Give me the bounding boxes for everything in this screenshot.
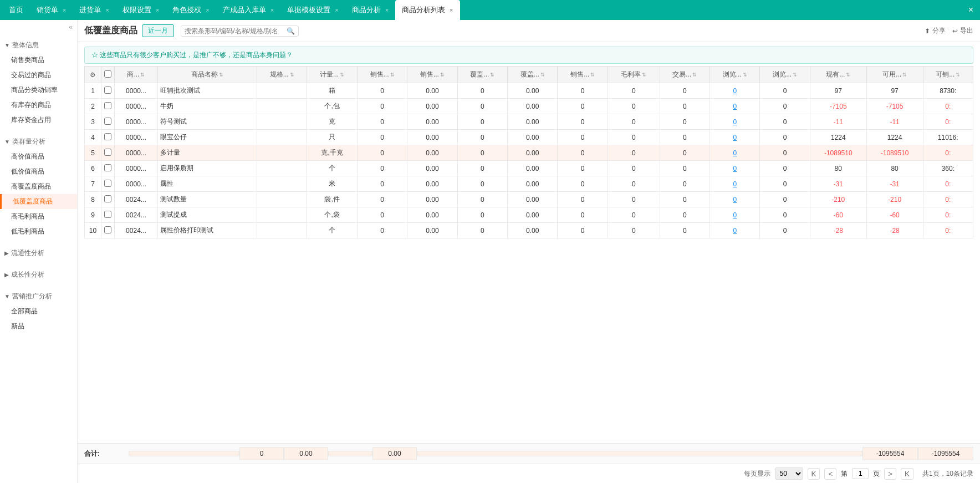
sidebar-group-overall[interactable]: ▼ 整体信息 [0, 38, 77, 53]
row-checkbox[interactable] [104, 211, 111, 218]
nav-purchase-close[interactable]: × [105, 7, 109, 13]
cell-sale-other: 0 [558, 176, 608, 192]
sidebar-item-high-gross[interactable]: 高毛利商品 [0, 209, 77, 224]
arrow-icon-5: ▼ [4, 293, 10, 299]
nav-roles[interactable]: 角色授权 × [166, 0, 216, 20]
sidebar-item-category-rate[interactable]: 商品分类动销率 [0, 83, 77, 98]
nav-purchase[interactable]: 进货单 × [73, 0, 115, 20]
cell-browse1[interactable]: 0 [710, 83, 760, 99]
nav-permissions-close[interactable]: × [156, 7, 159, 13]
row-checkbox[interactable] [104, 102, 111, 109]
sidebar-collapse-button[interactable]: « [0, 20, 77, 34]
window-close-button[interactable]: × [964, 5, 978, 15]
nav-products-in-close[interactable]: × [270, 7, 274, 13]
search-box[interactable]: 🔍 [181, 26, 299, 37]
share-button[interactable]: ⬆ 分享 [925, 26, 946, 35]
row-checkbox[interactable] [104, 87, 111, 94]
row-checkbox[interactable] [104, 118, 111, 125]
cell-browse1[interactable]: 0 [710, 130, 760, 145]
search-icon[interactable]: 🔍 [287, 27, 295, 35]
nav-product-analysis[interactable]: 商品分析 × [345, 0, 395, 20]
data-table-container[interactable]: ⚙ 商...⇅ 商品名称⇅ 规格...⇅ 计量...⇅ 销售...⇅ 销售...… [84, 66, 973, 443]
th-checkbox[interactable] [101, 67, 115, 83]
browse-link[interactable]: 0 [733, 165, 737, 172]
nav-products-in[interactable]: 产成品入库单 × [216, 0, 280, 20]
browse-link[interactable]: 0 [733, 149, 737, 157]
sidebar-item-low-value[interactable]: 低价值商品 [0, 164, 77, 179]
sidebar-item-stock-capital[interactable]: 库存资金占用 [0, 113, 77, 128]
cell-browse1[interactable]: 0 [710, 99, 760, 114]
last-page-button[interactable]: K [901, 468, 913, 480]
row-checkbox[interactable] [104, 133, 111, 140]
browse-link[interactable]: 0 [733, 180, 737, 188]
browse-link[interactable]: 0 [733, 227, 737, 235]
sidebar-item-high-coverage[interactable]: 高覆盖度商品 [0, 179, 77, 194]
row-checkbox[interactable] [104, 149, 111, 156]
cell-checkbox[interactable] [101, 83, 115, 99]
prev-page-button[interactable]: < [824, 468, 836, 480]
cell-browse1[interactable]: 0 [710, 176, 760, 192]
cell-browse1[interactable]: 0 [710, 223, 760, 238]
sidebar-growth-section: ▶ 成长性分析 [0, 264, 77, 286]
sidebar-item-in-stock[interactable]: 有库存的商品 [0, 98, 77, 113]
sidebar-item-high-value[interactable]: 高价值商品 [0, 149, 77, 164]
sidebar-item-new-products[interactable]: 新品 [0, 319, 77, 334]
cell-browse1[interactable]: 0 [710, 161, 760, 176]
cell-checkbox[interactable] [101, 207, 115, 223]
sidebar-group-growth[interactable]: ▶ 成长性分析 [0, 267, 77, 282]
browse-link[interactable]: 0 [733, 134, 737, 141]
cell-checkbox[interactable] [101, 145, 115, 161]
select-all-checkbox[interactable] [104, 70, 111, 78]
page-size-select[interactable]: 50 100 [775, 467, 803, 480]
page-number-input[interactable] [852, 468, 869, 479]
nav-sales[interactable]: 销货单 × [30, 0, 73, 20]
cell-browse1[interactable]: 0 [710, 145, 760, 161]
nav-product-analysis-list-close[interactable]: × [450, 7, 453, 13]
row-checkbox[interactable] [104, 195, 111, 202]
row-checkbox[interactable] [104, 164, 111, 171]
sidebar-item-low-coverage[interactable]: 低覆盖度商品 [0, 194, 77, 209]
browse-link[interactable]: 0 [733, 103, 737, 110]
cell-checkbox[interactable] [101, 176, 115, 192]
nav-sales-close[interactable]: × [63, 7, 66, 13]
sidebar-item-low-gross[interactable]: 低毛利商品 [0, 224, 77, 239]
search-input[interactable] [185, 27, 284, 35]
row-checkbox[interactable] [104, 180, 111, 187]
cell-gross-rate: 0 [608, 145, 660, 161]
first-page-button[interactable]: K [808, 468, 820, 480]
nav-template-settings[interactable]: 单据模板设置 × [280, 0, 345, 20]
nav-permissions[interactable]: 权限设置 × [116, 0, 166, 20]
sidebar-item-traded-products[interactable]: 交易过的商品 [0, 68, 77, 83]
row-checkbox[interactable] [104, 226, 111, 233]
cell-browse1[interactable]: 0 [710, 192, 760, 207]
sidebar-item-sales-products[interactable]: 销售类商品 [0, 53, 77, 68]
cell-checkbox[interactable] [101, 161, 115, 176]
export-button[interactable]: ↩ 导出 [952, 26, 973, 35]
cell-checkbox[interactable] [101, 223, 115, 238]
cell-browse1[interactable]: 0 [710, 207, 760, 223]
browse-link[interactable]: 0 [733, 87, 737, 95]
nav-template-settings-close[interactable]: × [335, 7, 338, 13]
nav-product-analysis-list[interactable]: 商品分析列表 × [395, 0, 460, 20]
header-actions: ⬆ 分享 ↩ 导出 [925, 26, 973, 35]
cell-checkbox[interactable] [101, 114, 115, 130]
nav-product-analysis-close[interactable]: × [385, 7, 389, 13]
next-page-button[interactable]: > [884, 468, 896, 480]
browse-link[interactable]: 0 [733, 196, 737, 204]
sidebar-group-circulation[interactable]: ▶ 流通性分析 [0, 246, 77, 261]
cell-checkbox[interactable] [101, 130, 115, 145]
cell-checkbox[interactable] [101, 192, 115, 207]
th-settings[interactable]: ⚙ [85, 67, 101, 83]
cell-spec [257, 114, 307, 130]
filter-recent-month-button[interactable]: 近一月 [142, 24, 174, 37]
browse-link[interactable]: 0 [733, 211, 737, 219]
cell-available-stock: -60 [866, 207, 923, 223]
cell-browse1[interactable]: 0 [710, 114, 760, 130]
sidebar-group-cluster[interactable]: ▼ 类群量分析 [0, 134, 77, 149]
sidebar-item-all-products[interactable]: 全部商品 [0, 304, 77, 319]
browse-link[interactable]: 0 [733, 118, 737, 126]
nav-home[interactable]: 首页 [2, 0, 30, 20]
cell-checkbox[interactable] [101, 99, 115, 114]
nav-roles-close[interactable]: × [206, 7, 209, 13]
sidebar-group-marketing[interactable]: ▼ 营销推广分析 [0, 289, 77, 304]
